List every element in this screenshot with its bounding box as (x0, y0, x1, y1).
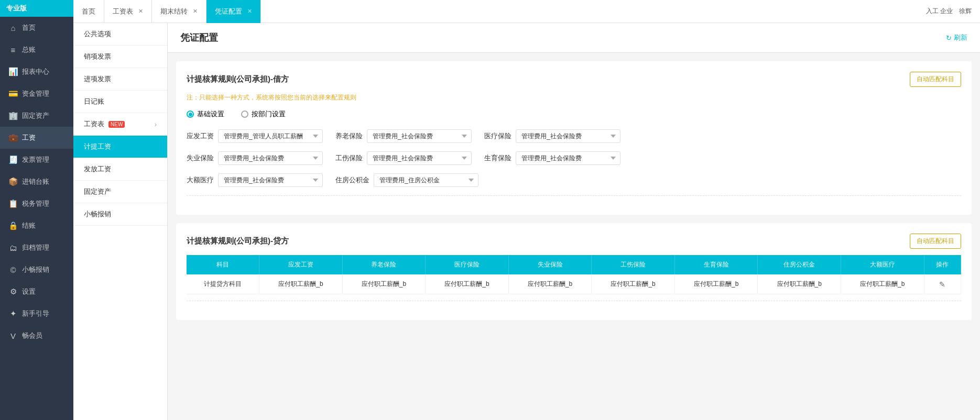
sidebar-label-invoice: 发票管理 (22, 155, 49, 164)
warning-text: 注：只能选择一种方式，系统将按照您当前的选择来配置规则 (187, 93, 961, 102)
radio-department[interactable]: 按部门设置 (241, 109, 286, 119)
tab-payroll-close[interactable]: ✕ (138, 8, 143, 15)
leftnav-fixed-assets-label: 固定资产 (84, 187, 111, 196)
select-shengyu[interactable]: 管理费用_社会保险费 (516, 151, 620, 165)
td-col7: 应付职工薪酬_b (758, 274, 841, 294)
td-col8: 应付职工薪酬_b (841, 274, 924, 294)
sidebar-item-vip[interactable]: V 畅会员 (0, 325, 73, 347)
tab-payroll[interactable]: 工资表 ✕ (104, 0, 152, 23)
label-daeyiliao: 大额医疗 (187, 175, 214, 185)
page-title: 凭证配置 (180, 31, 218, 44)
guide-icon: ✦ (8, 309, 18, 318)
field-yanglao: 养老保险 管理费用_社会保险费 (335, 129, 472, 143)
leftnav-journal[interactable]: 日记账 (73, 91, 167, 113)
tab-voucher[interactable]: 凭证配置 ✕ (206, 0, 261, 23)
select-shiye[interactable]: 管理费用_社会保险费 (218, 151, 323, 165)
form-row-1: 应发工资 管理费用_管理人员职工薪酬 养老保险 管理费用_社会保险费 医疗保险 (187, 129, 961, 143)
leftnav-public[interactable]: 公共选项 (73, 23, 167, 46)
fund-icon: 💳 (8, 89, 18, 98)
sidebar-label-settings: 设置 (22, 287, 36, 296)
sidebar-item-fund[interactable]: 💳 资金管理 (0, 83, 73, 105)
sidebar-item-home[interactable]: ⌂ 首页 (0, 17, 73, 39)
th-subject: 科目 (187, 255, 259, 274)
tab-home-label: 首页 (82, 7, 95, 16)
edit-icon[interactable]: ✎ (939, 280, 945, 289)
td-col1: 应付职工薪酬_b (259, 274, 343, 294)
salary-icon: 💼 (8, 133, 18, 142)
radio-dept-circle (241, 110, 248, 118)
th-action: 操作 (924, 255, 961, 274)
select-yingfa[interactable]: 管理费用_管理人员职工薪酬 (218, 129, 323, 143)
sidebar-item-xiaochang[interactable]: © 小畅报销 (0, 259, 73, 281)
select-daeyiliao[interactable]: 管理费用_社会保险费 (218, 173, 323, 187)
sidebar-label-tax: 税务管理 (22, 199, 49, 208)
home-icon: ⌂ (8, 24, 18, 32)
leftnav-payroll-table[interactable]: 工资表 NEW › (73, 113, 167, 136)
td-col2: 应付职工薪酬_b (342, 274, 426, 294)
new-badge: NEW (108, 121, 125, 128)
tab-voucher-label: 凭证配置 (215, 7, 242, 16)
sidebar-item-archive[interactable]: 🗂 归档管理 (0, 237, 73, 259)
label-gongshang: 工伤保险 (335, 153, 363, 163)
td-action[interactable]: ✎ (924, 274, 961, 294)
form-row-2: 失业保险 管理费用_社会保险费 工伤保险 管理费用_社会保险费 生育保险 (187, 151, 961, 165)
sidebar-label-ledger: 总账 (22, 45, 36, 54)
sidebar-label-archive: 归档管理 (22, 243, 49, 252)
auto-match-button-1[interactable]: 自动匹配科目 (910, 72, 961, 87)
select-gongjijin[interactable]: 管理费用_住房公积金 (374, 173, 478, 187)
sidebar-item-close[interactable]: 🔒 结账 (0, 215, 73, 237)
field-gongshang: 工伤保险 管理费用_社会保险费 (335, 151, 472, 165)
leftnav-pay-salary[interactable]: 发放工资 (73, 158, 167, 181)
tab-voucher-close[interactable]: ✕ (247, 8, 252, 15)
radio-basic[interactable]: 基础设置 (187, 109, 224, 119)
table-row: 计提贷方科目 应付职工薪酬_b 应付职工薪酬_b 应付职工薪酬_b 应付职工薪酬… (187, 274, 961, 294)
stock-icon: 📦 (8, 177, 18, 186)
section-debit: 计提核算规则(公司承担)-借方 自动匹配科目 注：只能选择一种方式，系统将按照您… (176, 61, 972, 215)
tab-home[interactable]: 首页 (73, 0, 104, 23)
ledger-icon: ≡ (8, 46, 18, 54)
sidebar-item-tax[interactable]: 📋 税务管理 (0, 193, 73, 215)
report-icon: 📊 (8, 67, 18, 76)
sidebar-item-ledger[interactable]: ≡ 总账 (0, 39, 73, 61)
leftnav-calc-salary[interactable]: 计提工资 (73, 136, 167, 158)
leftnav-public-label: 公共选项 (84, 29, 111, 39)
sidebar-item-settings[interactable]: ⚙ 设置 (0, 281, 73, 303)
vip-icon: V (8, 331, 18, 340)
close-acc-icon: 🔒 (8, 221, 18, 230)
sidebar-item-stock[interactable]: 📦 进销台账 (0, 171, 73, 193)
app-logo: 专业版 (0, 0, 73, 17)
topbar-right: 入工 企业 徐辉 (926, 7, 980, 16)
tab-period[interactable]: 期末结转 ✕ (152, 0, 206, 23)
section-credit: 计提核算规则(公司承担)-贷方 自动匹配科目 科目 应发工资 养老保险 医疗保险… (176, 223, 972, 320)
auto-match-button-2[interactable]: 自动匹配科目 (910, 234, 961, 249)
select-yiliao[interactable]: 管理费用_社会保险费 (516, 129, 620, 143)
xiaochang-icon: © (8, 266, 18, 274)
radio-basic-circle (187, 110, 194, 118)
content-area: 公共选项 销项发票 进项发票 日记账 工资表 NEW › 计提工资 发放工资 (73, 23, 980, 420)
select-yanglao[interactable]: 管理费用_社会保险费 (367, 129, 472, 143)
field-yingfa: 应发工资 管理费用_管理人员职工薪酬 (187, 129, 323, 143)
leftnav-xiaochang2-label: 小畅报销 (84, 209, 111, 219)
sidebar-item-invoice[interactable]: 🧾 发票管理 (0, 149, 73, 171)
page-content: 凭证配置 ↻ 刷新 计提核算规则(公司承担)-借方 自动匹配科目 注：只能选择一… (168, 23, 980, 420)
sidebar-item-guide[interactable]: ✦ 新手引导 (0, 303, 73, 325)
sidebar-label-close: 结账 (22, 221, 36, 230)
refresh-button[interactable]: ↻ 刷新 (946, 33, 967, 42)
leftnav-purchase-invoice[interactable]: 进项发票 (73, 68, 167, 91)
sidebar-label-vip: 畅会员 (22, 331, 42, 340)
leftnav-xiaochang2[interactable]: 小畅报销 (73, 203, 167, 226)
field-daeyiliao: 大额医疗 管理费用_社会保险费 (187, 173, 323, 187)
field-yiliao: 医疗保险 管理费用_社会保险费 (484, 129, 620, 143)
select-gongshang[interactable]: 管理费用_社会保险费 (367, 151, 472, 165)
sidebar-label-asset: 固定资产 (22, 111, 49, 120)
th-yanglao: 养老保险 (342, 255, 426, 274)
tab-period-close[interactable]: ✕ (193, 8, 198, 15)
radio-dept-label: 按部门设置 (252, 109, 286, 119)
leftnav-fixed-assets[interactable]: 固定资产 (73, 181, 167, 203)
topbar: 首页 工资表 ✕ 期末结转 ✕ 凭证配置 ✕ 入工 企业 徐辉 (73, 0, 980, 23)
sidebar-item-salary[interactable]: 💼 工资 (0, 127, 73, 149)
sidebar-item-asset[interactable]: 🏢 固定资产 (0, 105, 73, 127)
leftnav-sales-invoice[interactable]: 销项发票 (73, 46, 167, 68)
divider-1 (187, 195, 961, 196)
sidebar-item-report[interactable]: 📊 报表中心 (0, 61, 73, 83)
